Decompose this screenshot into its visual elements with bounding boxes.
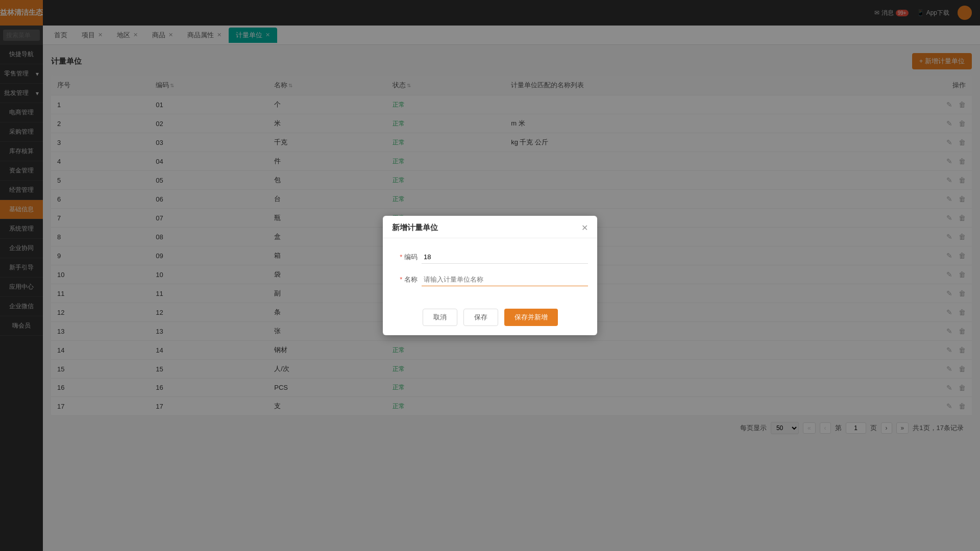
code-label: 编码 — [392, 253, 418, 262]
modal-overlay[interactable]: 新增计量单位 ✕ 编码 名称 取消 保存 保存并新增 — [0, 0, 980, 551]
modal-body: 编码 名称 — [383, 238, 597, 304]
modal-close-button[interactable]: ✕ — [581, 223, 588, 233]
save-and-new-button[interactable]: 保存并新增 — [504, 309, 558, 326]
modal-title: 新增计量单位 — [392, 223, 438, 233]
cancel-button[interactable]: 取消 — [423, 309, 457, 326]
add-unit-modal: 新增计量单位 ✕ 编码 名称 取消 保存 保存并新增 — [383, 216, 597, 335]
name-label: 名称 — [392, 275, 418, 284]
modal-footer: 取消 保存 保存并新增 — [383, 304, 597, 335]
form-row-name: 名称 — [392, 273, 588, 286]
name-input[interactable] — [422, 273, 588, 286]
save-button[interactable]: 保存 — [463, 309, 498, 326]
modal-header: 新增计量单位 ✕ — [383, 216, 597, 238]
form-row-code: 编码 — [392, 251, 588, 264]
code-input[interactable] — [422, 251, 588, 264]
